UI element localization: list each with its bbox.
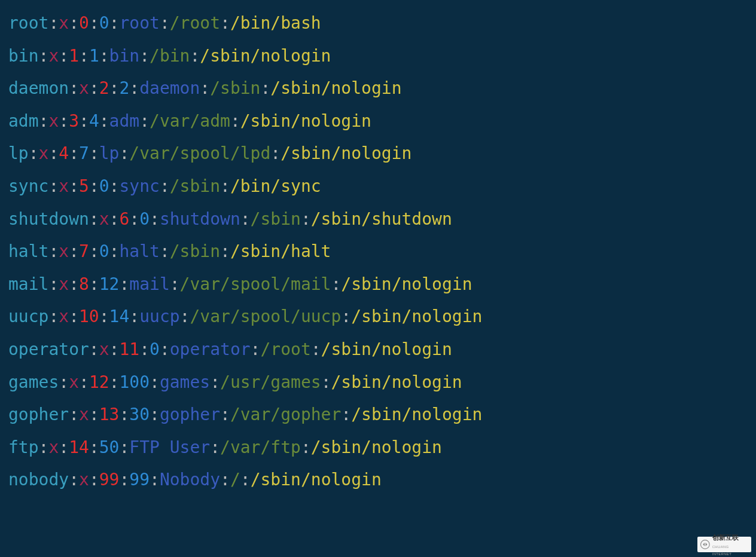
username-field: games xyxy=(8,372,59,392)
passwd-line: daemon:x:2:2:daemon:/sbin:/sbin/nologin xyxy=(8,72,748,105)
field-separator: : xyxy=(69,13,79,33)
shell-field: /sbin/nologin xyxy=(311,437,442,457)
shell-field: /bin/bash xyxy=(230,13,321,33)
field-separator: : xyxy=(119,437,129,457)
field-separator: : xyxy=(48,143,59,163)
field-separator: : xyxy=(210,372,220,392)
password-placeholder-field: x xyxy=(69,372,79,392)
password-placeholder-field: x xyxy=(48,46,59,66)
description-field: daemon xyxy=(139,78,200,98)
field-separator: : xyxy=(139,111,150,131)
passwd-line: ftp:x:14:50:FTP User:/var/ftp:/sbin/nolo… xyxy=(8,431,748,464)
field-separator: : xyxy=(251,339,261,359)
gid-field: 14 xyxy=(109,307,130,326)
home-dir-field: /sbin xyxy=(170,176,220,196)
field-separator: : xyxy=(48,176,59,196)
watermark-badge: 创新互联 CHUANG INTERNET xyxy=(697,537,751,552)
gid-field: 1 xyxy=(89,46,99,66)
field-separator: : xyxy=(109,241,120,261)
shell-field: /sbin/shutdown xyxy=(311,209,452,229)
uid-field: 0 xyxy=(79,13,89,33)
field-separator: : xyxy=(69,307,79,326)
field-separator: : xyxy=(331,274,341,294)
gid-field: 30 xyxy=(129,405,150,424)
field-separator: : xyxy=(240,209,251,229)
field-separator: : xyxy=(341,307,351,326)
shell-field: /sbin/nologin xyxy=(270,78,401,98)
passwd-line: gopher:x:13:30:gopher:/var/gopher:/sbin/… xyxy=(8,399,748,431)
field-separator: : xyxy=(119,143,129,163)
uid-field: 12 xyxy=(89,372,109,392)
field-separator: : xyxy=(69,241,79,261)
field-separator: : xyxy=(48,13,59,33)
field-separator: : xyxy=(48,274,59,294)
watermark-sub: CHUANG INTERNET xyxy=(712,544,749,557)
field-separator: : xyxy=(99,111,109,131)
field-separator: : xyxy=(89,78,99,98)
gid-field: 4 xyxy=(89,111,99,131)
uid-field: 5 xyxy=(79,176,89,196)
field-separator: : xyxy=(48,241,59,261)
description-field: sync xyxy=(119,176,159,196)
description-field: bin xyxy=(109,46,140,66)
password-placeholder-field: x xyxy=(48,437,59,457)
field-separator: : xyxy=(89,339,99,359)
password-placeholder-field: x xyxy=(59,241,69,261)
passwd-line: bin:x:1:1:bin:/bin:/sbin/nologin xyxy=(8,40,748,73)
home-dir-field: /sbin xyxy=(210,78,260,98)
home-dir-field: /bin xyxy=(150,46,190,66)
password-placeholder-field: x xyxy=(99,209,109,229)
field-separator: : xyxy=(69,143,79,163)
passwd-line: adm:x:3:4:adm:/var/adm:/sbin/nologin xyxy=(8,105,748,138)
password-placeholder-field: x xyxy=(59,307,69,326)
field-separator: : xyxy=(240,470,251,489)
field-separator: : xyxy=(39,111,49,131)
password-placeholder-field: x xyxy=(59,274,69,294)
home-dir-field: / xyxy=(230,470,240,489)
uid-field: 13 xyxy=(99,405,120,424)
home-dir-field: /usr/games xyxy=(220,372,321,392)
passwd-line: mail:x:8:12:mail:/var/spool/mail:/sbin/n… xyxy=(8,268,748,301)
passwd-line: nobody:x:99:99:Nobody:/:/sbin/nologin xyxy=(8,464,748,497)
description-field: shutdown xyxy=(160,209,240,229)
shell-field: /sbin/nologin xyxy=(351,405,482,424)
field-separator: : xyxy=(99,46,109,66)
home-dir-field: /sbin xyxy=(251,209,301,229)
field-separator: : xyxy=(109,78,120,98)
field-separator: : xyxy=(311,339,321,359)
gid-field: 99 xyxy=(129,470,150,489)
username-field: lp xyxy=(8,143,29,163)
field-separator: : xyxy=(119,405,129,424)
watermark-logo-icon xyxy=(700,539,711,550)
field-separator: : xyxy=(301,209,311,229)
username-field: halt xyxy=(8,241,48,261)
description-field: lp xyxy=(99,143,120,163)
password-placeholder-field: x xyxy=(79,405,89,424)
field-separator: : xyxy=(150,405,160,424)
description-field: root xyxy=(119,13,159,33)
svg-point-0 xyxy=(700,540,709,549)
field-separator: : xyxy=(79,46,89,66)
username-field: sync xyxy=(8,176,48,196)
description-field: mail xyxy=(129,274,169,294)
field-separator: : xyxy=(89,274,99,294)
shell-field: /sbin/nologin xyxy=(251,470,382,489)
uid-field: 1 xyxy=(69,46,79,66)
field-separator: : xyxy=(109,13,120,33)
field-separator: : xyxy=(89,241,99,261)
field-separator: : xyxy=(69,274,79,294)
home-dir-field: /root xyxy=(260,339,310,359)
field-separator: : xyxy=(180,307,190,326)
field-separator: : xyxy=(29,143,39,163)
gid-field: 100 xyxy=(119,372,150,392)
shell-field: /sbin/nologin xyxy=(200,46,331,66)
field-separator: : xyxy=(69,176,79,196)
field-separator: : xyxy=(220,405,230,424)
field-separator: : xyxy=(170,274,180,294)
field-separator: : xyxy=(220,470,230,489)
username-field: gopher xyxy=(8,405,69,424)
description-field: uucp xyxy=(139,307,179,326)
field-separator: : xyxy=(139,339,150,359)
gid-field: 0 xyxy=(99,176,109,196)
gid-field: 0 xyxy=(99,13,109,33)
